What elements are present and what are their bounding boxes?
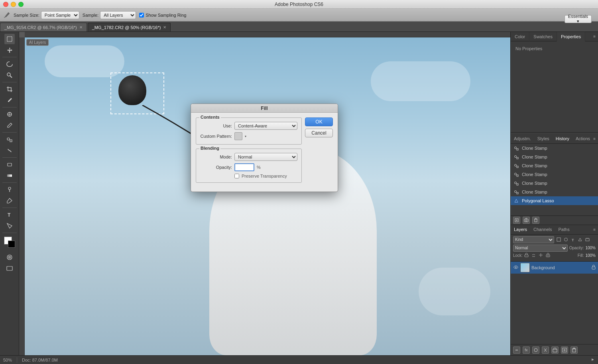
history-item-5[interactable]: Clone Stamp xyxy=(511,188,598,196)
ok-button[interactable]: OK xyxy=(305,117,333,126)
cancel-button[interactable]: Cancel xyxy=(305,129,333,137)
eyedropper-tool[interactable] xyxy=(4,95,15,106)
layer-adjustment-icon[interactable] xyxy=(542,346,549,354)
mode-select[interactable]: Normal xyxy=(234,153,297,161)
tab-adjustments[interactable]: Adjustm. xyxy=(511,134,534,143)
layers-panel-menu[interactable]: ≡ xyxy=(593,227,598,232)
sample-size-select[interactable]: Point Sample xyxy=(41,11,79,19)
quick-mask-mode[interactable] xyxy=(4,252,15,263)
preserve-transparency-checkbox[interactable] xyxy=(234,174,239,178)
brush-tool[interactable] xyxy=(4,120,15,131)
move-tool[interactable] xyxy=(4,45,15,55)
lock-transparent-pixels[interactable] xyxy=(524,253,530,258)
tab-color[interactable]: Color xyxy=(511,32,529,41)
history-item-0[interactable]: Clone Stamp xyxy=(511,144,598,153)
svg-rect-27 xyxy=(517,192,518,194)
layers-tab-label: Layers xyxy=(514,227,527,232)
mode-row: Mode: Normal xyxy=(200,153,297,161)
layer-filter-text[interactable]: T xyxy=(570,237,576,243)
lock-position[interactable] xyxy=(539,253,544,258)
history-item-3[interactable]: Clone Stamp xyxy=(511,170,598,179)
pattern-swatch[interactable] xyxy=(234,132,242,140)
fill-label: Fill: xyxy=(578,253,584,258)
pen-tool[interactable] xyxy=(4,196,15,206)
minimize-button[interactable] xyxy=(11,2,16,7)
quick-selection-tool[interactable] xyxy=(4,70,15,80)
panel-tabs-top: Color Swatches Properties ≡ xyxy=(511,32,598,41)
layer-group-icon[interactable] xyxy=(551,346,559,354)
history-item-2[interactable]: Clone Stamp xyxy=(511,161,598,170)
svg-point-33 xyxy=(525,220,527,221)
background-color-swatch[interactable] xyxy=(8,241,15,248)
tab-styles[interactable]: Styles xyxy=(534,134,553,143)
screen-mode-btn[interactable] xyxy=(4,263,15,274)
lasso-tool[interactable] xyxy=(4,59,15,69)
layer-background[interactable]: Background xyxy=(511,262,598,274)
tab-properties[interactable]: Properties xyxy=(557,32,585,41)
sample-select[interactable]: All Layers xyxy=(100,11,136,19)
layer-link-icon[interactable] xyxy=(513,346,520,354)
healing-brush-tool[interactable] xyxy=(4,109,15,119)
tab-channels[interactable]: Channels xyxy=(530,225,555,234)
clone-stamp-icon-0 xyxy=(513,145,519,151)
layer-new-icon[interactable] xyxy=(561,346,568,354)
color-swatches[interactable] xyxy=(2,236,17,250)
clone-stamp-tool[interactable] xyxy=(4,134,15,145)
tab-swatches[interactable]: Swatches xyxy=(529,32,557,41)
tab-paths[interactable]: Paths xyxy=(555,225,573,234)
layer-filter-smart[interactable] xyxy=(584,237,591,243)
layer-filter-pixel[interactable] xyxy=(556,237,562,243)
history-panel-menu[interactable]: ≡ xyxy=(593,137,598,141)
opacity-input[interactable]: 100 xyxy=(234,163,254,171)
svg-rect-58 xyxy=(572,349,576,352)
essentials-button[interactable]: Essentials ▾ xyxy=(565,15,592,23)
layers-mode-select[interactable]: Normal xyxy=(513,245,568,252)
history-brush-tool[interactable] xyxy=(4,145,15,156)
tab-close-active-icon[interactable]: ✕ xyxy=(163,25,166,29)
layer-trash-icon[interactable] xyxy=(570,346,578,354)
history-item-4[interactable]: Clone Stamp xyxy=(511,179,598,188)
path-selection-tool[interactable] xyxy=(4,221,15,231)
layer-filter-adjustment[interactable] xyxy=(563,237,569,243)
arrow-right-icon[interactable] xyxy=(591,358,595,362)
text-tool[interactable]: T xyxy=(4,209,15,220)
layers-kind-select[interactable]: Kind xyxy=(513,236,554,243)
show-sampling-ring-checkbox[interactable] xyxy=(139,13,144,18)
tab-mg1782[interactable]: _MG_1782.CR2 @ 50% (RGB/16*) ✕ xyxy=(88,23,171,31)
show-sampling-ring-container[interactable]: Show Sampling Ring xyxy=(139,13,186,18)
crop-tool[interactable] xyxy=(4,84,15,94)
history-header: Adjustm. Styles History Actions ≡ xyxy=(511,134,598,144)
close-button[interactable] xyxy=(3,2,8,7)
tool-separator-6 xyxy=(2,182,17,183)
eraser-tool[interactable] xyxy=(4,159,15,170)
dodge-tool[interactable] xyxy=(4,184,15,195)
history-state-new-document[interactable] xyxy=(513,217,520,224)
tab-close-icon[interactable]: ✕ xyxy=(79,25,83,29)
use-select[interactable]: Content-Aware xyxy=(234,122,297,130)
canvas-container[interactable]: AI Layers xyxy=(25,37,510,355)
tab-history[interactable]: History xyxy=(553,134,572,143)
window-controls[interactable] xyxy=(3,2,24,7)
history-camera-icon[interactable] xyxy=(523,217,530,224)
layer-visibility-icon[interactable] xyxy=(513,265,519,270)
svg-rect-7 xyxy=(10,140,12,142)
layer-mask-icon[interactable] xyxy=(532,346,539,354)
tab-actions[interactable]: Actions xyxy=(572,134,593,143)
tool-separator-2 xyxy=(2,82,17,82)
layer-filter-vector[interactable] xyxy=(577,237,584,243)
layers-lock-row: Lock: Fill: 100% xyxy=(513,253,596,258)
lock-all[interactable] xyxy=(546,253,551,258)
selection-tool[interactable] xyxy=(4,34,15,44)
tab-mg9154[interactable]: _MG_9154.CR2 @ 66.7% (RGB/16*) ✕ xyxy=(0,23,87,31)
maximize-button[interactable] xyxy=(18,2,24,7)
dialog-titlebar: Fill xyxy=(191,104,338,113)
panel-menu-icon[interactable]: ≡ xyxy=(593,32,598,41)
quick-mask-btn[interactable] xyxy=(4,252,15,262)
layer-fx-icon[interactable]: fx xyxy=(523,346,530,354)
tab-layers[interactable]: Layers xyxy=(511,225,530,234)
history-trash-icon[interactable] xyxy=(532,217,539,224)
history-item-6[interactable]: Polygonal Lasso xyxy=(511,196,598,205)
history-item-1[interactable]: Clone Stamp xyxy=(511,153,598,161)
lock-image-pixels[interactable] xyxy=(531,253,537,258)
gradient-tool[interactable] xyxy=(4,170,15,181)
